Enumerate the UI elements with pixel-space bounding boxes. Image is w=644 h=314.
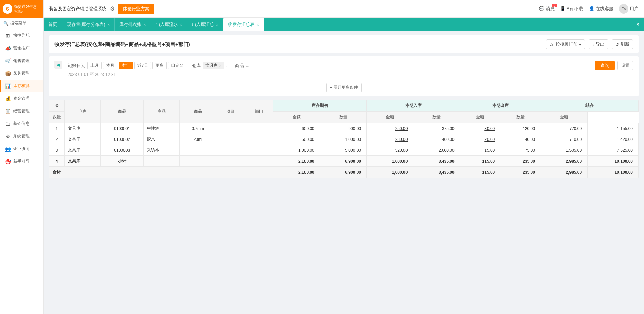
date-btn-this-month[interactable]: 本月: [103, 62, 117, 69]
refresh-button[interactable]: ↺ 刷新: [612, 39, 633, 49]
sidebar-item-label: 采购管理: [13, 70, 30, 76]
tab-in-out-flow-close[interactable]: ×: [180, 22, 182, 27]
expand-icon: ▾: [330, 85, 332, 90]
sidebar-item-inventory[interactable]: 📊 库存核算: [0, 80, 43, 92]
header-settings-icon[interactable]: ⚙: [110, 5, 115, 12]
row3-opening-amt: 5,000.00: [320, 145, 366, 156]
total-closing-amt: 10,100.00: [588, 167, 639, 178]
subtotal-empty4: [245, 156, 273, 167]
row1-in-amt: 375.00: [413, 123, 460, 134]
row2-goods-name: 胶水: [144, 134, 180, 145]
col-out-qty-header: 数量: [413, 112, 460, 123]
filter-goods-item: 商品 ...: [235, 63, 249, 69]
date-btn-this-year[interactable]: 本年: [119, 62, 133, 69]
sidebar-item-base[interactable]: 🗂 基础信息: [0, 117, 43, 130]
date-range-text: 2023-01-01 至 2023-12-31: [68, 72, 116, 77]
tab-inventory-dist[interactable]: 现存量(库存分布表) ×: [62, 18, 115, 31]
row1-out-qty[interactable]: 80.00: [460, 123, 500, 134]
filter-collapse-button[interactable]: ◀: [54, 61, 62, 69]
row2-in-qty[interactable]: 230.00: [367, 134, 413, 145]
row3-out-qty[interactable]: 15.00: [460, 145, 500, 156]
filter-row-main: 记账日期 上月 本月 本年 近7天 更多 自定义 仓库: [68, 61, 633, 70]
print-button[interactable]: 🖨 按模板打印 ▾: [546, 39, 585, 49]
row1-in-qty[interactable]: 250.00: [367, 123, 413, 134]
sidebar-search[interactable]: 🔍 搜索菜单: [0, 18, 43, 29]
tab-in-out-flow-label: 出入库流水: [156, 21, 178, 28]
sidebar-item-finance[interactable]: 💰 资金管理: [0, 92, 43, 105]
purchase-icon: 📦: [5, 71, 11, 76]
row3-in-qty[interactable]: 520.00: [367, 145, 413, 156]
expand-conditions-button[interactable]: ▾ 展开更多条件: [326, 83, 362, 92]
date-btn-7days[interactable]: 近7天: [134, 62, 151, 69]
app-download-button[interactable]: 📱 App下载: [560, 6, 583, 12]
sidebar-item-marketing[interactable]: 📣 营销推广: [0, 42, 43, 54]
tab-stock-summary[interactable]: 收发存汇总表 ×: [223, 18, 264, 31]
date-btn-last-month[interactable]: 上月: [87, 62, 102, 69]
online-service-button[interactable]: 👤 在线客服: [589, 6, 613, 12]
col-goods-name-header: 商品: [144, 100, 180, 123]
message-badge: 6: [552, 4, 557, 7]
sidebar-item-system[interactable]: ⚙ 系统管理: [0, 130, 43, 143]
try-solution-button[interactable]: 体验行业方案: [118, 4, 154, 14]
sidebar-item-sales[interactable]: 🛒 销售管理: [0, 54, 43, 67]
goods-filter-label: 商品: [235, 63, 244, 69]
collab-icon: 👥: [5, 146, 11, 152]
tab-in-out-flow[interactable]: 出入库流水 ×: [151, 18, 187, 31]
row2-closing-amt: 1,420.00: [588, 134, 639, 145]
row1-no: 1: [49, 123, 65, 134]
subtotal-in-amt: 3,435.00: [413, 156, 460, 167]
tab-home[interactable]: 首页: [44, 18, 62, 31]
tab-batch-accounts[interactable]: 库存批次账 ×: [115, 18, 151, 31]
sidebar-item-operations[interactable]: 📋 经营管理: [0, 105, 43, 117]
tab-stock-summary-close[interactable]: ×: [257, 22, 259, 27]
date-btn-more[interactable]: 更多: [152, 62, 167, 69]
warehouse-more-button[interactable]: ...: [226, 63, 230, 68]
row3-project: [216, 145, 245, 156]
sidebar-item-guide[interactable]: 🎯 新手引导: [0, 155, 43, 168]
summary-table: ⚙ 仓库 商品 商品 商品 项目 部门 库存期初 本期入库 本期出库 结存: [49, 100, 639, 178]
row2-goods-spec: 20ml: [180, 134, 216, 145]
row2-out-amt: 40.00: [500, 134, 541, 145]
goods-more-button[interactable]: ...: [246, 63, 249, 68]
tab-bar-close-button[interactable]: ×: [631, 21, 644, 28]
tab-in-out-summary-close[interactable]: ×: [216, 22, 218, 27]
message-button[interactable]: 💬 消息 6: [539, 6, 555, 12]
tab-in-out-summary-label: 出入库汇总: [192, 21, 214, 28]
date-btn-custom[interactable]: 自定义: [168, 62, 186, 69]
query-button[interactable]: 查询: [595, 61, 615, 70]
print-chevron-icon: ▾: [579, 42, 581, 47]
total-closing-qty: 2,985.00: [541, 167, 587, 178]
col-goods-code-header: 商品: [101, 100, 144, 123]
export-label: 导出: [596, 41, 605, 47]
row2-out-qty[interactable]: 20.00: [460, 134, 500, 145]
sales-icon: 🛒: [5, 58, 11, 64]
row2-opening-amt: 1,000.00: [320, 134, 366, 145]
tab-inventory-dist-close[interactable]: ×: [108, 22, 110, 27]
sidebar-item-collab[interactable]: 👥 企业协同: [0, 143, 43, 155]
row3-out-amt: 75.00: [500, 145, 541, 156]
quick-nav-icon: ⊞: [5, 33, 11, 38]
subtotal-opening-amt: 6,900.00: [320, 156, 366, 167]
sidebar-item-purchase[interactable]: 📦 采购管理: [0, 67, 43, 80]
col-settings-header[interactable]: ⚙: [49, 100, 65, 112]
warehouse-tag-close[interactable]: ×: [219, 63, 221, 68]
sidebar-item-quick-nav[interactable]: ⊞ 快捷导航: [0, 29, 43, 42]
header-right: 💬 消息 6 📱 App下载 👤 在线客服 Ea 用户: [539, 4, 639, 14]
page-title-bar: 收发存汇总表(按仓库+商品编码+商品+规格型号+项目+部门) 🖨 按模板打印 ▾…: [49, 35, 639, 53]
warehouse-filter-label: 仓库: [192, 63, 201, 69]
row3-in-amt: 2,600.00: [413, 145, 460, 156]
row1-opening-qty: 600.00: [273, 123, 320, 134]
inventory-icon: 📊: [5, 83, 11, 89]
tab-stock-summary-label: 收发存汇总表: [228, 21, 254, 28]
export-button[interactable]: ↓ 导出: [589, 39, 609, 49]
expand-row: ▾ 展开更多条件: [54, 80, 633, 92]
guide-icon: 🎯: [5, 159, 11, 164]
settings-button[interactable]: 设置: [617, 61, 633, 70]
row2-opening-qty: 500.00: [273, 134, 320, 145]
user-label: 用户: [630, 6, 639, 12]
tab-in-out-summary[interactable]: 出入库汇总 ×: [187, 18, 223, 31]
sidebar-item-label: 快捷导航: [13, 33, 30, 38]
tab-batch-accounts-close[interactable]: ×: [144, 22, 146, 27]
service-label: 在线客服: [596, 6, 613, 12]
user-menu-button[interactable]: Ea 用户: [619, 4, 639, 14]
